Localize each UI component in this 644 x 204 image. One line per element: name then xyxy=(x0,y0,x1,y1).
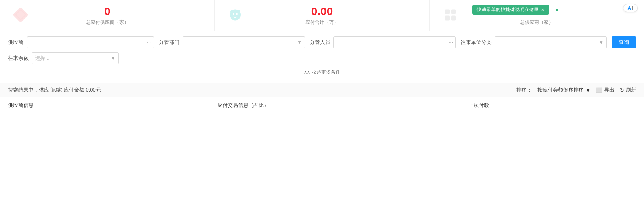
table-body xyxy=(0,114,644,204)
department-field: 分管部门 ▼ xyxy=(159,36,305,48)
svg-rect-9 xyxy=(445,15,450,20)
payable-total-label: 应付合计（万） xyxy=(305,19,339,26)
balance-select-wrap: 选择... ▼ xyxy=(32,52,119,64)
top-stats: 0 总应付供应商（家） 0.00 应付合计（万） xyxy=(0,0,644,31)
query-button[interactable]: 查询 xyxy=(612,36,636,48)
collapse-button[interactable]: ∧∧ 收起更多条件 xyxy=(298,68,346,76)
unit-category-label: 往来单位分类 xyxy=(461,39,492,46)
col-supplier-info-header: 供应商信息 xyxy=(8,102,217,109)
svg-point-3 xyxy=(230,10,234,13)
payable-suppliers-value: 0 xyxy=(104,5,111,18)
svg-rect-8 xyxy=(451,9,456,14)
refresh-button[interactable]: ↻ 刷新 xyxy=(620,86,636,93)
balance-label: 往来余额 xyxy=(8,55,29,62)
person-field: 分管人员 ··· xyxy=(310,36,456,48)
result-bar: 搜索结果中，供应商0家 应付金额 0.00元 排序： 按应付会额倒序排序 ▼ ⬜… xyxy=(0,83,644,97)
ai-badge[interactable]: Ai xyxy=(623,4,638,12)
supplier-label: 供应商 xyxy=(8,39,24,46)
search-area: 供应商 ··· 分管部门 ▼ 分管人员 ··· xyxy=(0,31,644,83)
payable-suppliers-label: 总应付供应商（家） xyxy=(86,19,129,26)
diamond-icon xyxy=(12,6,29,25)
result-info: 搜索结果中，供应商0家 应付金额 0.00元 xyxy=(8,86,101,93)
svg-rect-10 xyxy=(451,15,456,20)
collapse-bar: ∧∧ 收起更多条件 xyxy=(8,66,636,80)
department-select-wrap: ▼ xyxy=(183,36,305,48)
svg-rect-7 xyxy=(445,9,450,14)
col-transaction-header: 应付交易信息（占比） xyxy=(217,102,469,109)
sort-select[interactable]: 按应付会额倒序排序 ▼ xyxy=(537,86,591,93)
search-row-2: 往来余额 选择... ▼ xyxy=(8,52,636,64)
tooltip-text: 快速录单的快捷键说明在这里 xyxy=(477,6,539,13)
department-label: 分管部门 xyxy=(159,39,179,46)
supplier-input[interactable] xyxy=(27,36,154,48)
search-row-1: 供应商 ··· 分管部门 ▼ 分管人员 ··· xyxy=(8,36,636,48)
refresh-label: 刷新 xyxy=(626,86,636,93)
bear-icon xyxy=(227,6,244,25)
ai-letter-a: A xyxy=(627,5,631,11)
person-input[interactable] xyxy=(333,36,456,48)
payable-total-value: 0.00 xyxy=(311,5,333,18)
supplier-field: 供应商 ··· xyxy=(8,36,154,48)
table-header: 供应商信息 应付交易信息（占比） 上次付款 xyxy=(0,97,644,114)
stat-payable-total: 0.00 应付合计（万） xyxy=(215,0,429,31)
svg-rect-0 xyxy=(13,7,29,23)
balance-select[interactable] xyxy=(32,52,119,64)
col-last-payment-header: 上次付款 xyxy=(469,102,636,109)
total-suppliers-label: 总供应商（家） xyxy=(520,19,553,26)
unit-category-select-wrap: ▼ xyxy=(495,36,607,48)
ai-letter-i: i xyxy=(632,5,633,11)
stat-payable-suppliers: 0 总应付供应商（家） xyxy=(0,0,215,31)
result-actions: 排序： 按应付会额倒序排序 ▼ ⬜ 导出 ↻ 刷新 xyxy=(516,86,636,93)
svg-point-6 xyxy=(236,13,238,15)
sort-arrow-icon: ▼ xyxy=(585,87,591,93)
export-button[interactable]: ⬜ 导出 xyxy=(596,86,614,93)
person-label: 分管人员 xyxy=(310,39,330,46)
refresh-icon: ↻ xyxy=(620,87,624,93)
balance-field: 往来余额 选择... ▼ xyxy=(8,52,119,64)
department-select[interactable] xyxy=(183,36,305,48)
tooltip-close-button[interactable]: × xyxy=(541,7,544,13)
svg-point-5 xyxy=(233,13,234,15)
unit-category-field: 往来单位分类 ▼ xyxy=(461,36,607,48)
grid-icon xyxy=(442,6,459,25)
supplier-input-wrap: ··· xyxy=(27,36,154,48)
svg-point-4 xyxy=(236,10,240,13)
person-dots[interactable]: ··· xyxy=(448,39,453,46)
unit-category-select[interactable] xyxy=(495,36,607,48)
stat-total-suppliers: 0 总供应商（家） 快速录单的快捷键说明在这里 × xyxy=(430,0,644,31)
collapse-label: 收起更多条件 xyxy=(312,69,340,76)
collapse-up-icon: ∧∧ xyxy=(304,70,310,75)
supplier-dots[interactable]: ··· xyxy=(147,39,152,46)
sort-value: 按应付会额倒序排序 xyxy=(537,86,584,93)
export-label: 导出 xyxy=(604,86,614,93)
export-icon: ⬜ xyxy=(596,87,602,93)
shortcut-tooltip: 快速录单的快捷键说明在这里 × xyxy=(472,5,549,15)
person-input-wrap: ··· xyxy=(333,36,456,48)
tooltip-dot xyxy=(555,8,559,12)
sort-label: 排序： xyxy=(516,86,532,93)
